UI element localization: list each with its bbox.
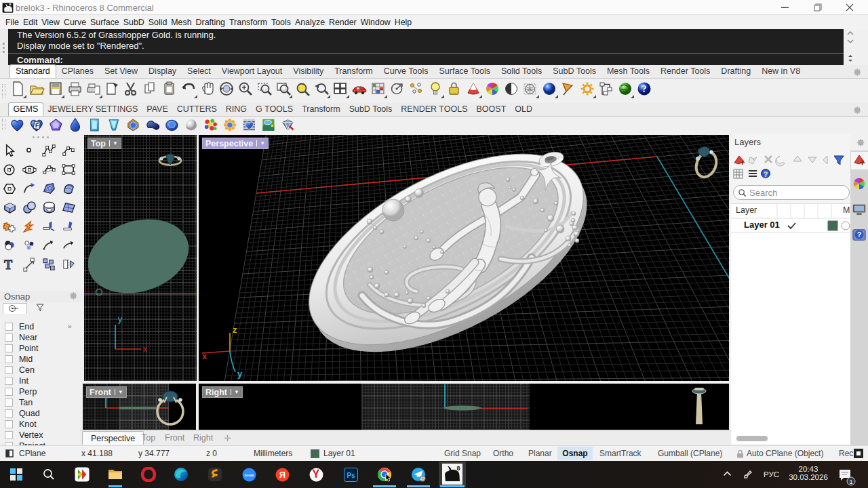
svg-text:y: y [237,369,243,379]
svg-text:?: ? [642,84,647,94]
svg-text:z: z [233,325,237,335]
svg-text:1: 1 [849,479,852,485]
svg-text:F: F [35,122,39,129]
svg-text:B: B [9,3,12,6]
svg-text:Я: Я [279,470,285,480]
svg-text:x: x [202,351,208,361]
svg-text:?: ? [764,170,768,178]
svg-text:8: 8 [456,465,460,472]
svg-text:Ps: Ps [347,472,355,479]
svg-text:y: y [118,314,122,324]
svg-text:T: T [4,258,12,272]
svg-text:47: 47 [420,476,425,481]
svg-text:x: x [143,344,147,354]
svg-text:?: ? [857,230,862,239]
svg-text:zoom: zoom [244,473,254,477]
